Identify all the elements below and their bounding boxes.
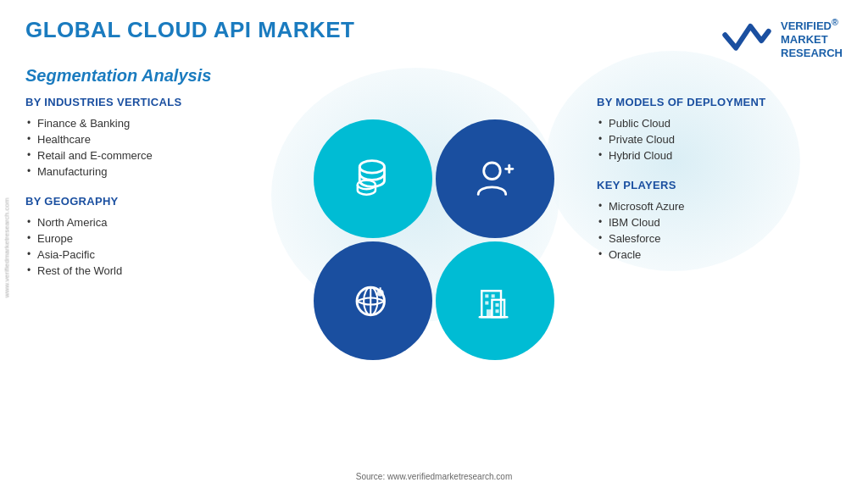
list-item: Microsoft Azure bbox=[597, 198, 843, 214]
source-text: Source: www.verifiedmarketresearch.com bbox=[0, 472, 868, 481]
list-item: Healthcare bbox=[25, 131, 271, 147]
vmr-logo: VERIFIED® MARKET RESEARCH bbox=[721, 17, 843, 59]
svg-rect-17 bbox=[486, 309, 492, 317]
main-content: BY INDUSTRIES VERTICALS Finance & Bankin… bbox=[25, 96, 843, 384]
svg-point-2 bbox=[483, 163, 500, 180]
list-item: Manufacturing bbox=[25, 164, 271, 180]
players-section: KEY PLAYERS Microsoft Azure IBM Cloud Sa… bbox=[597, 179, 843, 263]
list-item: Private Cloud bbox=[597, 131, 843, 147]
vmr-text: VERIFIED® MARKET RESEARCH bbox=[781, 17, 843, 59]
svg-rect-11 bbox=[492, 299, 504, 316]
geography-header: BY GEOGRAPHY bbox=[25, 195, 271, 208]
list-item: Salesforce bbox=[597, 230, 843, 247]
page: www.verifiedmarketresearch.com GLOBAL CL… bbox=[0, 0, 868, 488]
circle-bottom-right bbox=[436, 241, 554, 360]
circle-bottom-left bbox=[314, 241, 432, 360]
industries-list: Finance & Banking Healthcare Retail and … bbox=[25, 115, 271, 180]
list-item: Rest of the World bbox=[25, 263, 271, 279]
user-icon bbox=[468, 152, 523, 207]
list-item: North America bbox=[25, 214, 271, 230]
right-column: BY MODELS OF DEPLOYMENT Public Cloud Pri… bbox=[597, 96, 843, 278]
vmr-checkmark-icon bbox=[721, 19, 772, 58]
svg-point-0 bbox=[359, 160, 384, 173]
list-item: Public Cloud bbox=[597, 115, 843, 131]
industries-section: BY INDUSTRIES VERTICALS Finance & Bankin… bbox=[25, 96, 271, 180]
globe-icon bbox=[346, 274, 401, 329]
list-item: Retail and E-commerce bbox=[25, 147, 271, 164]
list-item: Asia-Pacific bbox=[25, 247, 271, 263]
list-item: Europe bbox=[25, 230, 271, 247]
list-item: Finance & Banking bbox=[25, 115, 271, 131]
svg-rect-14 bbox=[485, 301, 488, 304]
geography-list: North America Europe Asia-Pacific Rest o… bbox=[25, 214, 271, 279]
circles-grid bbox=[314, 119, 554, 360]
svg-rect-13 bbox=[491, 294, 494, 297]
players-list: Microsoft Azure IBM Cloud Salesforce Ora… bbox=[597, 198, 843, 263]
vmr-market-label: MARKET bbox=[781, 33, 843, 47]
svg-point-1 bbox=[357, 180, 375, 189]
list-item: IBM Cloud bbox=[597, 214, 843, 230]
sub-title: Segmentation Analysis bbox=[25, 66, 843, 86]
main-title: GLOBAL CLOUD API MARKET bbox=[25, 17, 355, 43]
center-visual bbox=[271, 96, 597, 384]
geography-section: BY GEOGRAPHY North America Europe Asia-P… bbox=[25, 195, 271, 279]
deployment-header: BY MODELS OF DEPLOYMENT bbox=[597, 96, 843, 108]
deployment-list: Public Cloud Private Cloud Hybrid Cloud bbox=[597, 115, 843, 164]
list-item: Hybrid Cloud bbox=[597, 147, 843, 164]
watermark: www.verifiedmarketresearch.com bbox=[3, 198, 11, 298]
coins-icon bbox=[346, 152, 401, 207]
deployment-section: BY MODELS OF DEPLOYMENT Public Cloud Pri… bbox=[597, 96, 843, 164]
header: GLOBAL CLOUD API MARKET VERIFIED® MARKET… bbox=[25, 17, 843, 59]
vmr-research-label: RESEARCH bbox=[781, 47, 843, 60]
left-column: BY INDUSTRIES VERTICALS Finance & Bankin… bbox=[25, 96, 271, 294]
svg-rect-12 bbox=[485, 294, 488, 297]
svg-rect-16 bbox=[495, 309, 498, 313]
industries-header: BY INDUSTRIES VERTICALS bbox=[25, 96, 271, 108]
circle-top-right bbox=[436, 119, 554, 238]
players-header: KEY PLAYERS bbox=[597, 179, 843, 191]
svg-rect-15 bbox=[495, 303, 498, 307]
vmr-verified-label: VERIFIED® bbox=[781, 17, 843, 33]
list-item: Oracle bbox=[597, 247, 843, 263]
building-icon bbox=[468, 274, 523, 329]
circle-top-left bbox=[314, 119, 432, 238]
